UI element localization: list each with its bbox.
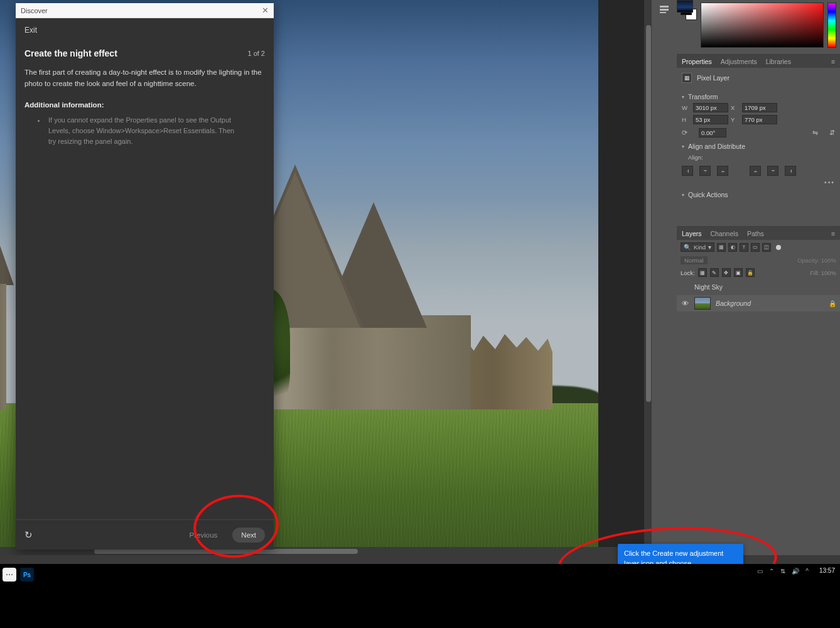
y-input[interactable]: [742, 115, 777, 124]
tab-libraries[interactable]: Libraries: [766, 58, 791, 65]
lock-position-icon[interactable]: ✥: [722, 268, 731, 277]
taskbar-clock[interactable]: 13:57: [819, 567, 835, 574]
layers-panel: Layers Channels Paths ≡ 🔍 Kind ▾ ▦ ◐ T ▭…: [677, 226, 840, 365]
flip-h-icon[interactable]: ⇋: [812, 129, 818, 137]
x-label: X: [731, 104, 740, 111]
width-input[interactable]: [693, 103, 728, 112]
opacity-value[interactable]: 100%: [821, 257, 836, 264]
right-panel-dock: Properties Adjustments Libraries ≡ ▦ Pix…: [677, 0, 840, 565]
layer-name[interactable]: Night Sky: [694, 283, 723, 291]
quick-actions-header[interactable]: Quick Actions: [682, 188, 835, 201]
align-vcenter-icon[interactable]: ⫟: [767, 166, 778, 176]
tab-properties[interactable]: Properties: [682, 58, 712, 65]
tab-channels[interactable]: Channels: [711, 230, 738, 237]
additional-info-item: If you cannot expand the Properties pane…: [46, 115, 240, 147]
tab-adjustments[interactable]: Adjustments: [721, 58, 757, 65]
taskbar-photoshop-icon[interactable]: Ps: [20, 568, 34, 582]
previous-button[interactable]: Previous: [181, 528, 227, 543]
filter-shape-icon[interactable]: ▭: [751, 243, 760, 252]
tray-up-icon[interactable]: ^: [805, 568, 809, 575]
panel-menu-icon[interactable]: ≡: [831, 58, 835, 65]
discover-panel: Discover ✕ Exit Create the night effect …: [16, 3, 274, 550]
discover-body: Exit Create the night effect 1 of 2 The …: [16, 18, 274, 550]
transform-section-header[interactable]: Transform: [682, 90, 835, 103]
fill-value[interactable]: 100%: [821, 269, 836, 276]
next-button[interactable]: Next: [232, 528, 265, 543]
tray-wifi-icon[interactable]: ⇅: [780, 568, 785, 575]
lock-transparency-icon[interactable]: ▦: [698, 268, 707, 277]
letterbox: [0, 564, 840, 628]
w-label: W: [682, 104, 691, 111]
fill-label: Fill:: [810, 269, 819, 276]
angle-input[interactable]: [699, 128, 726, 138]
right-dock-gutter: [652, 0, 677, 565]
reload-icon[interactable]: ↻: [24, 529, 33, 541]
h-label: H: [682, 116, 691, 123]
layer-row[interactable]: 👁 Background 🔒: [677, 295, 840, 311]
color-field[interactable]: [701, 3, 824, 48]
lock-icon[interactable]: 🔒: [829, 300, 836, 307]
x-input[interactable]: [742, 103, 777, 112]
blend-mode-select[interactable]: Normal: [681, 256, 708, 264]
lock-label: Lock:: [681, 269, 695, 276]
tab-paths[interactable]: Paths: [747, 230, 764, 237]
step-description: The first part of creating a day-to-nigh…: [24, 67, 265, 90]
panel-menu-icon[interactable]: ≡: [831, 230, 835, 237]
y-label: Y: [731, 116, 740, 123]
layer-filter-kind[interactable]: 🔍 Kind ▾: [681, 242, 714, 252]
filter-pixel-icon[interactable]: ▦: [717, 243, 726, 252]
align-right-icon[interactable]: ⫠: [717, 166, 728, 176]
align-section-header[interactable]: Align and Distribute: [682, 140, 835, 153]
additional-info-label: Additional information:: [24, 101, 265, 109]
align-left-icon[interactable]: ⫞: [682, 166, 693, 176]
more-options-icon[interactable]: •••: [682, 178, 835, 186]
photoshop-app: Discover ✕ Exit Create the night effect …: [0, 0, 840, 628]
taskbar-left: ⋯ Ps: [3, 568, 34, 582]
layer-thumbnail[interactable]: [677, 0, 693, 13]
filter-smart-icon[interactable]: ◫: [762, 243, 771, 252]
lock-artboard-icon[interactable]: ▣: [734, 268, 743, 277]
svg-rect-1: [660, 9, 669, 11]
color-panel: [677, 0, 840, 54]
discover-footer: ↻ Previous Next: [16, 519, 274, 550]
pixel-layer-icon: ▦: [682, 73, 692, 83]
filter-type-icon[interactable]: T: [740, 243, 748, 252]
layer-name[interactable]: Background: [716, 300, 751, 307]
visibility-toggle[interactable]: [681, 283, 689, 291]
discover-title: Discover: [21, 7, 48, 14]
align-top-icon[interactable]: ⫠: [750, 166, 761, 176]
rotate-icon: ⟳: [682, 129, 687, 137]
align-sublabel: Align:: [682, 153, 835, 162]
tray-sound-icon[interactable]: 🔊: [792, 568, 799, 575]
step-counter: 1 of 2: [247, 50, 265, 57]
tab-layers[interactable]: Layers: [682, 230, 702, 237]
layer-thumbnail[interactable]: [694, 297, 711, 310]
taskbar-button[interactable]: ⋯: [3, 568, 16, 582]
additional-info-list: If you cannot expand the Properties pane…: [42, 115, 265, 147]
svg-rect-0: [660, 6, 669, 8]
tray-icon[interactable]: ▭: [757, 568, 763, 575]
taskbar-tray: ▭ ⌃ ⇅ 🔊 ^: [757, 568, 809, 575]
opacity-label: Opacity:: [797, 257, 819, 264]
close-icon[interactable]: ✕: [262, 6, 269, 15]
layer-row[interactable]: Night Sky: [677, 279, 840, 295]
hue-slider[interactable]: [827, 3, 836, 48]
filter-adjust-icon[interactable]: ◐: [728, 243, 737, 252]
step-title: Create the night effect: [24, 48, 117, 58]
lock-pixels-icon[interactable]: ✎: [710, 268, 719, 277]
lock-all-icon[interactable]: 🔒: [746, 268, 755, 277]
flip-v-icon[interactable]: ⇵: [829, 129, 835, 137]
align-bottom-icon[interactable]: ⫞: [785, 166, 796, 176]
discover-titlebar[interactable]: Discover ✕: [16, 3, 274, 18]
svg-rect-2: [660, 12, 666, 13]
align-hcenter-icon[interactable]: ⫟: [699, 166, 711, 176]
properties-panel: Properties Adjustments Libraries ≡ ▦ Pix…: [677, 54, 840, 226]
history-panel-icon[interactable]: [652, 0, 677, 19]
height-input[interactable]: [693, 115, 728, 124]
layer-kind-label: Pixel Layer: [697, 74, 730, 82]
exit-link[interactable]: Exit: [24, 26, 37, 35]
visibility-toggle[interactable]: 👁: [681, 300, 689, 307]
tray-icon[interactable]: ⌃: [769, 568, 774, 575]
filter-toggle-icon[interactable]: [776, 245, 781, 250]
